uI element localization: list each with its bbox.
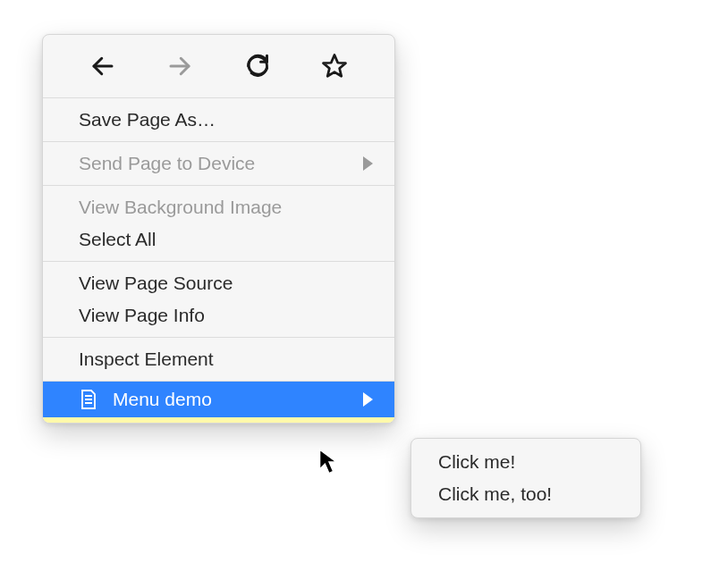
section-view-select: View Background Image Select All [43, 186, 394, 261]
menu-item-label: Send Page to Device [79, 153, 255, 174]
svg-marker-2 [323, 55, 345, 77]
bottom-strip [43, 417, 394, 423]
menu-item-label: Menu demo [113, 389, 212, 410]
menu-item-label: Click me, too! [438, 483, 552, 505]
submenu-item-click-me[interactable]: Click me! [411, 446, 640, 478]
menu-item-menu-demo[interactable]: Menu demo [43, 382, 394, 417]
forward-button[interactable] [165, 51, 195, 81]
back-button[interactable] [88, 51, 118, 81]
menu-item-label: View Page Source [79, 273, 233, 294]
nav-icon-row [43, 35, 394, 97]
menu-item-label: View Page Info [79, 305, 205, 326]
menu-item-select-all[interactable]: Select All [43, 223, 394, 256]
star-icon [321, 53, 348, 80]
menu-item-label: View Background Image [79, 197, 282, 218]
forward-arrow-icon [166, 53, 193, 80]
back-arrow-icon [89, 53, 116, 80]
section-save: Save Page As… [43, 98, 394, 141]
submenu-item-click-me-too[interactable]: Click me, too! [411, 478, 640, 510]
bookmark-button[interactable] [319, 51, 350, 81]
document-icon [80, 390, 97, 409]
menu-item-view-info[interactable]: View Page Info [43, 299, 394, 332]
menu-item-label: Click me! [438, 451, 515, 473]
menu-item-view-source[interactable]: View Page Source [43, 267, 394, 299]
menu-item-inspect-element[interactable]: Inspect Element [43, 343, 394, 375]
context-menu: Save Page As… Send Page to Device View B… [42, 34, 395, 424]
menu-item-save-page-as[interactable]: Save Page As… [43, 104, 394, 136]
section-extension: Menu demo [43, 382, 394, 417]
menu-item-label: Inspect Element [79, 349, 214, 370]
reload-button[interactable] [242, 51, 273, 81]
section-source-info: View Page Source View Page Info [43, 262, 394, 337]
mouse-cursor-icon [318, 449, 340, 475]
menu-item-view-bg-image: View Background Image [43, 191, 394, 223]
submenu: Click me! Click me, too! [410, 438, 641, 518]
menu-item-label: Save Page As… [79, 109, 216, 130]
menu-item-label: Select All [79, 229, 156, 250]
reload-icon [245, 54, 270, 79]
section-send: Send Page to Device [43, 142, 394, 185]
menu-item-send-to-device: Send Page to Device [43, 147, 394, 180]
section-inspect: Inspect Element [43, 338, 394, 381]
